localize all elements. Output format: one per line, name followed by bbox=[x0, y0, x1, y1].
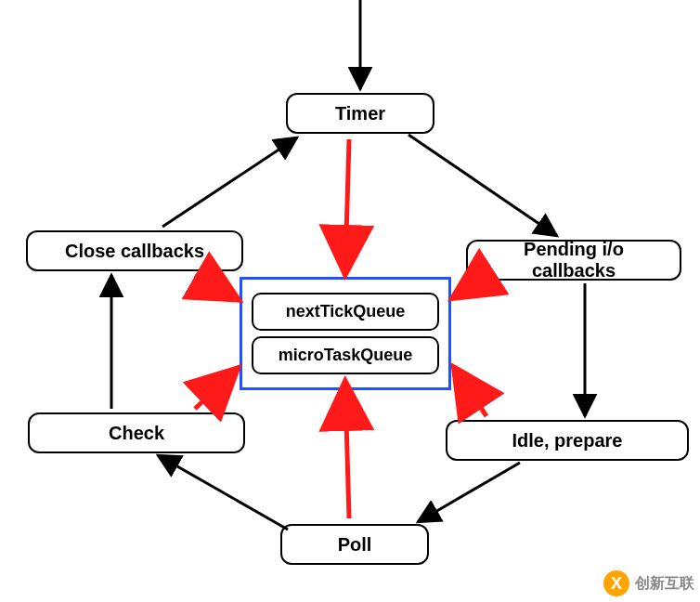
redarrow-from-idle bbox=[457, 372, 486, 416]
center-queue-box: nextTickQueue microTaskQueue bbox=[240, 277, 451, 390]
node-poll: Poll bbox=[280, 524, 429, 565]
arrow-timer-to-pending bbox=[408, 135, 557, 236]
watermark: X 创新互联 bbox=[603, 570, 694, 596]
redarrow-from-timer bbox=[345, 139, 349, 269]
arrow-close-to-timer bbox=[162, 137, 297, 227]
node-close: Close callbacks bbox=[26, 230, 243, 271]
label-microtask: microTaskQueue bbox=[279, 346, 413, 364]
redarrow-from-check bbox=[195, 372, 234, 409]
watermark-icon: X bbox=[603, 570, 629, 596]
watermark-icon-letter: X bbox=[611, 574, 622, 594]
arrow-poll-to-check bbox=[158, 455, 288, 530]
label-pending: Pending i/o callbacks bbox=[481, 239, 667, 281]
node-microtask: microTaskQueue bbox=[252, 336, 439, 374]
label-nexttick: nextTickQueue bbox=[286, 302, 406, 321]
redarrow-from-poll bbox=[345, 386, 349, 518]
node-idle: Idle, prepare bbox=[446, 420, 689, 461]
label-close: Close callbacks bbox=[65, 241, 204, 262]
label-idle: Idle, prepare bbox=[512, 430, 623, 452]
node-pending: Pending i/o callbacks bbox=[466, 240, 681, 281]
watermark-text: 创新互联 bbox=[635, 574, 694, 594]
label-timer: Timer bbox=[335, 103, 385, 124]
redarrow-from-close bbox=[195, 275, 234, 297]
node-nexttick: nextTickQueue bbox=[252, 293, 439, 331]
label-check: Check bbox=[109, 423, 164, 444]
arrow-idle-to-poll bbox=[418, 463, 520, 522]
redarrow-from-pending bbox=[457, 279, 483, 295]
node-check: Check bbox=[28, 412, 245, 453]
label-poll: Poll bbox=[338, 534, 372, 556]
node-timer: Timer bbox=[286, 93, 434, 134]
